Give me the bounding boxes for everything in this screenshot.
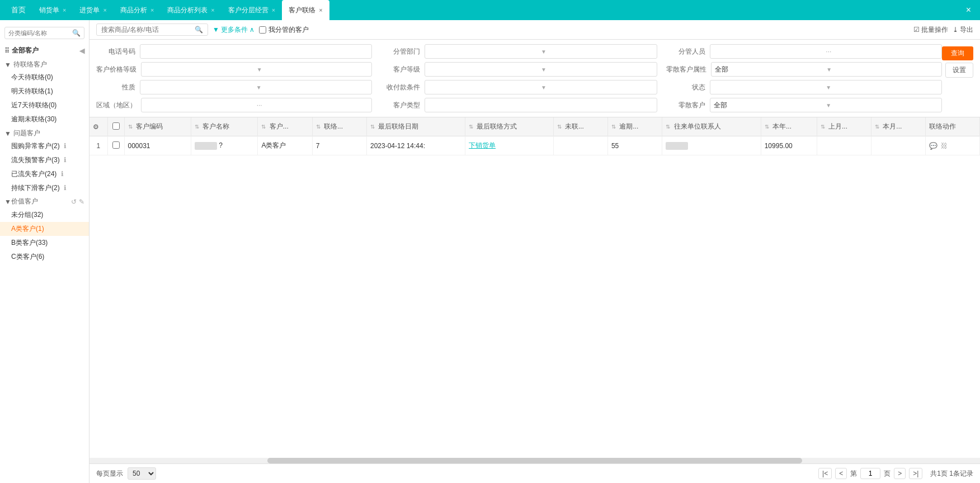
my-customers-checkbox[interactable] — [259, 26, 266, 34]
last-page-btn[interactable]: >| — [909, 468, 922, 479]
scrollbar-thumb[interactable] — [267, 458, 802, 463]
close-salesorder-icon[interactable]: × — [63, 7, 66, 13]
col-checkbox[interactable] — [107, 117, 124, 136]
sidebar-item-today[interactable]: 今天待联络(0) — [0, 70, 89, 84]
filter-price-level: 客户价格等级 ▼ — [96, 62, 372, 77]
export-btn[interactable]: ⤓ 导出 — [953, 25, 973, 35]
chevron-icon: ∧ — [249, 26, 255, 34]
phone-input[interactable] — [140, 44, 372, 59]
close-customercontact-icon[interactable]: × — [319, 7, 322, 13]
row-checkbox[interactable] — [112, 141, 120, 149]
nav-tab-analysislist[interactable]: 商品分析列表 × — [161, 0, 221, 20]
nature-select[interactable]: ▼ — [140, 80, 372, 94]
customer-type-input[interactable] — [425, 98, 657, 112]
manager-label: 分管人员 — [666, 47, 705, 56]
sidebar-item-warning[interactable]: 流失预警客户(3) ℹ — [0, 153, 89, 167]
row-last-method[interactable]: 下销货单 — [465, 136, 554, 155]
next-page-btn[interactable]: > — [894, 468, 906, 479]
sidebar-item-bclass[interactable]: B类客户(33) — [0, 236, 89, 250]
retail-attr-select[interactable]: 全部 ▼ — [711, 62, 942, 77]
sidebar-item-overdue[interactable]: 逾期未联络(30) — [0, 112, 89, 126]
filter-customer-type: 客户类型 — [381, 98, 657, 112]
retail-customer-select[interactable]: 全部 ▼ — [710, 98, 942, 112]
sidebar-item-cclass[interactable]: C类客户(6) — [0, 250, 89, 264]
region-input[interactable]: ··· — [141, 98, 372, 112]
sidebar-group-problem[interactable]: ▼ 问题客户 — [0, 126, 89, 139]
value-group-icons: ↺ ✎ — [71, 198, 84, 206]
search-box[interactable]: 🔍 — [96, 23, 208, 36]
dept-select[interactable]: ▼ — [425, 44, 657, 59]
chevron-down-icon2: ▼ — [257, 67, 369, 73]
search-input[interactable] — [101, 26, 192, 34]
payment-select[interactable]: ▼ — [425, 80, 657, 94]
collapse-icon[interactable]: ◀ — [79, 47, 84, 55]
prev-page-btn[interactable]: < — [835, 468, 847, 479]
last-method-link[interactable]: 下销货单 — [469, 141, 496, 149]
col-code: ⇅ 客户编码 — [124, 117, 191, 136]
link-icon[interactable]: ⛓ — [941, 142, 948, 150]
setting-button[interactable]: 设置 — [945, 63, 973, 78]
nav-tab-customerlayer[interactable]: 客户分层经营 × — [222, 0, 282, 20]
status-select[interactable]: ▼ — [710, 80, 942, 94]
contact-person-blur — [666, 142, 688, 150]
arrow-down-icon3[interactable]: ▼ — [4, 198, 11, 206]
batch-ops-btn[interactable]: ☑ 批量操作 — [913, 25, 948, 35]
query-button[interactable]: 查询 — [942, 46, 973, 60]
filter-payment: 收付款条件 ▼ — [381, 80, 657, 94]
arrow-down-icon2: ▼ — [4, 130, 11, 138]
nav-tab-purchaseorder[interactable]: 进货单 × — [73, 0, 113, 20]
sidebar-search-input[interactable] — [8, 30, 72, 36]
refresh-icon[interactable]: ↺ — [71, 198, 77, 206]
page-suffix: 页 — [884, 469, 891, 479]
close-app-icon[interactable]: × — [962, 5, 976, 15]
nav-tab-salesorder[interactable]: 销货单 × — [32, 0, 73, 20]
sidebar-item-abnormal[interactable]: 囤购异常客户(2) ℹ — [0, 139, 89, 153]
filter-icon: ▼ — [213, 26, 219, 34]
sidebar-item-7days[interactable]: 近7天待联络(0) — [0, 98, 89, 112]
chat-icon[interactable]: 💬 — [929, 142, 937, 150]
page-size-select[interactable]: 50 100 200 — [128, 467, 156, 480]
sidebar-all-customers[interactable]: ⠿ 全部客户 ◀ — [0, 44, 89, 58]
page-input[interactable] — [860, 468, 880, 479]
row-code: 000031 — [124, 136, 191, 155]
sidebar-search-icon: 🔍 — [72, 29, 81, 37]
customer-level-select[interactable]: ▼ — [425, 62, 657, 77]
top-navigation: 首页 销货单 × 进货单 × 商品分析 × 商品分析列表 × 客户分层经营 × … — [0, 0, 980, 20]
sidebar: 🔍 ⠿ 全部客户 ◀ ▼ 待联络客户 今天待联络(0) 明天待联络(1) 近7天… — [0, 20, 89, 483]
settings-icon[interactable]: ⚙ — [93, 123, 99, 131]
first-page-btn[interactable]: |< — [818, 468, 832, 479]
sidebar-item-tomorrow[interactable]: 明天待联络(1) — [0, 84, 89, 98]
close-analysis-icon[interactable]: × — [150, 7, 154, 13]
edit-icon[interactable]: ✎ — [79, 198, 84, 206]
search-icon: 🔍 — [195, 26, 203, 34]
sort-icon6: ⇅ — [469, 124, 473, 130]
close-purchaseorder-icon[interactable]: × — [103, 7, 106, 13]
sidebar-item-declining[interactable]: 持续下滑客户(2) ℹ — [0, 181, 89, 195]
manager-input[interactable]: ··· — [710, 44, 942, 59]
nav-tab-customercontact[interactable]: 客户联络 × — [282, 0, 329, 20]
sidebar-item-ungroup[interactable]: 未分组(32) — [0, 208, 89, 222]
status-label: 状态 — [666, 83, 705, 92]
advanced-filter: 电话号码 分管部门 ▼ 分管人员 — [89, 40, 980, 117]
price-level-select[interactable]: ▼ — [141, 62, 372, 77]
row-last-month — [817, 136, 871, 155]
sidebar-item-aclass[interactable]: A类客户(1) — [0, 222, 89, 236]
my-customers-filter[interactable]: 我分管的客户 — [259, 25, 309, 35]
close-customerlayer-icon[interactable]: × — [272, 7, 275, 13]
col-settings[interactable]: ⚙ — [89, 117, 107, 136]
more-filters-btn[interactable]: ▼ 更多条件 ∧ — [213, 25, 255, 35]
row-checkbox-cell[interactable] — [107, 136, 124, 155]
row-actions[interactable]: 💬 ⛓ — [926, 136, 980, 155]
nav-home[interactable]: 首页 — [4, 5, 32, 15]
sidebar-search-box[interactable]: 🔍 — [4, 27, 84, 39]
nav-tab-analysis[interactable]: 商品分析 × — [114, 0, 161, 20]
info-icon3: ℹ — [61, 170, 64, 178]
sidebar-item-lost[interactable]: 已流失客户(24) ℹ — [0, 167, 89, 181]
row-customer-type: A类客户 — [258, 136, 312, 155]
select-all-checkbox[interactable] — [112, 122, 120, 130]
retail-customer-label: 零散客户 — [666, 101, 705, 110]
row-name: ? — [191, 136, 257, 155]
close-analysislist-icon[interactable]: × — [211, 7, 214, 13]
sidebar-group-pending[interactable]: ▼ 待联络客户 — [0, 58, 89, 70]
horizontal-scrollbar[interactable] — [89, 458, 980, 463]
